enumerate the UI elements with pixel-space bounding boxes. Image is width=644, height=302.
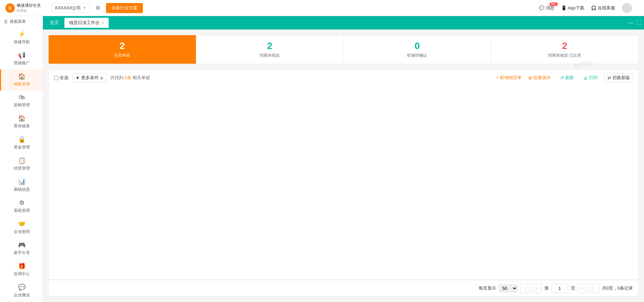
summary-cards: 2 全部单据 2 到期未收款 0 旺辅待确认 2 到期未收款 已出库 — [48, 35, 639, 64]
tab-active[interactable]: 钱货日清工作台 × — [64, 18, 109, 28]
sidebar-item-label: 应用中心 — [14, 271, 30, 277]
quick-nav-icon: ⚡ — [18, 31, 25, 38]
enterprise-icon: 🤝 — [18, 220, 25, 228]
settings-button[interactable]: ⚙ — [93, 3, 103, 13]
sidebar-item-label: 采购管理 — [14, 102, 30, 108]
summary-card-overdue[interactable]: 2 到期未收款 — [196, 35, 344, 64]
pagination-bar: 每页显示 50 20 100 《 < 第 页 > 》 共0页，0条记录 — [48, 280, 639, 297]
online-service-button[interactable]: 🎧 在线客服 — [591, 5, 615, 11]
sidebar: ☰ 搜索菜单 ⚡ 快捷导航 📢 营销推广 🏠 销售管理 🛍 采购管理 🏠 库存核… — [0, 16, 43, 302]
batch-icon: ⊞ — [528, 75, 532, 80]
tab-home[interactable]: 首页 — [46, 20, 63, 26]
print-button[interactable]: 🖨 打印 — [581, 73, 600, 82]
sidebar-item-label: 销售管理 — [14, 81, 30, 87]
sidebar-item-basic-info[interactable]: 📊 基础信息 — [0, 175, 43, 196]
select-all-checkbox[interactable]: 全选 — [54, 75, 68, 81]
summary-card-overdue-stock[interactable]: 2 到期未收款 已出库 — [491, 35, 638, 64]
sidebar-item-quick-nav[interactable]: ⚡ 快捷导航 — [0, 27, 43, 48]
first-page-button[interactable]: 《 — [520, 284, 530, 293]
card-num: 0 — [351, 41, 484, 51]
wechat-icon: 💬 — [18, 284, 25, 291]
guide-icon: 🎮 — [18, 241, 25, 249]
header-right: 💬 消息 99+ 📱 App下载 🎧 在线客服 — [539, 3, 639, 13]
sidebar-item-label: 库存核算 — [14, 123, 30, 129]
page-content: 2 全部单据 2 到期未收款 0 旺辅待确认 2 到期未收款 已出库 — [43, 29, 644, 302]
sidebar-item-wechat[interactable]: 💬 企业微信 — [0, 280, 43, 301]
sidebar-item-label: 营销推广 — [14, 60, 30, 66]
top-header: 6 畅捷通好生意 标准版 XXXXXX公司 ▼ ⚙ 体验行业方案 💬 消息 99… — [0, 0, 644, 16]
content-area: 首页 钱货日清工作台 × — ⛶ 2 全部单据 2 到期未收款 — [43, 16, 644, 302]
sidebar-item-label: 资金管理 — [14, 144, 30, 150]
sidebar-item-system[interactable]: ⚙ 系统管理 — [0, 196, 43, 217]
sidebar-item-marketing[interactable]: 📢 营销推广 — [0, 48, 43, 69]
sidebar-item-capital[interactable]: 🔒 资金管理 — [0, 132, 43, 154]
toolbar-right: + 新增销货单 ⊞ 批量操作 ↺ 刷新 🖨 打印 ⇄ — [496, 73, 633, 82]
sidebar-item-label: 企业微信 — [14, 292, 30, 298]
switch-icon: ⇄ — [607, 75, 611, 80]
sidebar-item-purchase[interactable]: 🛍 采购管理 — [0, 90, 43, 111]
tab-bar: 首页 钱货日清工作台 × — ⛶ — [43, 16, 644, 29]
minimize-button[interactable]: — — [628, 20, 633, 26]
per-page-label: 每页显示 — [479, 285, 496, 291]
operations-icon: 📋 — [18, 157, 25, 164]
sidebar-item-label: 快捷导航 — [14, 39, 30, 45]
sidebar-item-label: 新手引导 — [14, 250, 30, 256]
refresh-icon: ↺ — [560, 75, 564, 80]
avatar[interactable] — [622, 3, 632, 13]
chevron-down-icon: ▼ — [83, 6, 86, 10]
next-page-button[interactable]: > — [578, 284, 587, 293]
logo-area: 6 畅捷通好生意 标准版 — [5, 3, 48, 13]
sidebar-item-sales[interactable]: 🏠 销售管理 — [0, 69, 43, 90]
inventory-icon: 🏠 — [18, 115, 25, 122]
summary-card-all[interactable]: 2 全部单据 — [49, 35, 196, 64]
sidebar-item-app-center[interactable]: 🎁 应用中心 — [0, 259, 43, 280]
sidebar-item-label: 企业协同 — [14, 229, 30, 235]
search-menu-item[interactable]: ☰ 搜索菜单 — [0, 16, 43, 27]
app-download-button[interactable]: 📱 App下载 — [561, 5, 584, 11]
card-label: 到期未收款 已出库 — [498, 53, 632, 58]
tab-bar-actions: — ⛶ — [628, 20, 641, 26]
count-number: 0条 — [125, 75, 131, 80]
sidebar-item-enterprise[interactable]: 🤝 企业协同 — [0, 217, 43, 238]
tab-close-icon[interactable]: × — [102, 20, 104, 25]
service-icon: 🎧 — [591, 5, 596, 10]
message-icon: 💬 — [539, 5, 544, 10]
sidebar-item-label: 基础信息 — [14, 187, 30, 192]
app-center-icon: 🎁 — [18, 262, 25, 270]
tab-label: 钱货日清工作台 — [69, 20, 100, 26]
card-label: 到期未收款 — [203, 53, 337, 58]
filter-chevron-icon: ∨ — [100, 75, 103, 80]
message-button[interactable]: 💬 消息 99+ — [539, 5, 554, 11]
new-order-button[interactable]: + 新增销货单 — [496, 75, 522, 81]
filter-icon: ▼ — [75, 75, 80, 80]
logo-icon: 6 — [5, 3, 15, 13]
capital-icon: 🔒 — [18, 136, 25, 143]
sidebar-item-guide[interactable]: 🎮 新手引导 — [0, 238, 43, 259]
switch-version-button[interactable]: ⇄ 切换新版 — [604, 73, 633, 82]
prev-page-button[interactable]: < — [532, 284, 542, 293]
page-number-input[interactable] — [551, 284, 568, 293]
sidebar-item-inventory[interactable]: 🏠 库存核算 — [0, 111, 43, 132]
trial-button[interactable]: 体验行业方案 — [106, 3, 143, 13]
total-info: 共0页，0条记录 — [602, 285, 633, 291]
filter-button[interactable]: ▼ 更多条件 ∨ — [72, 73, 106, 82]
logo-text: 畅捷通好生意 标准版 — [17, 3, 41, 13]
maximize-button[interactable]: ⛶ — [636, 20, 641, 26]
batch-button[interactable]: ⊞ 批量操作 — [526, 73, 553, 82]
summary-card-pending[interactable]: 0 旺辅待确认 — [344, 35, 491, 64]
card-num: 2 — [55, 41, 189, 51]
company-selector[interactable]: XXXXXX公司 ▼ — [51, 3, 90, 13]
page-label: 第 — [544, 285, 549, 291]
refresh-button[interactable]: ↺ 刷新 — [557, 73, 577, 82]
sidebar-item-operations[interactable]: 📋 经营管理 — [0, 154, 43, 175]
table-area — [48, 86, 639, 280]
message-badge: 99+ — [549, 2, 558, 6]
card-num: 2 — [203, 41, 337, 51]
per-page-select[interactable]: 50 20 100 — [499, 285, 518, 292]
basic-info-icon: 📊 — [18, 178, 25, 185]
print-icon: 🖨 — [583, 75, 588, 80]
last-page-button[interactable]: 》 — [590, 284, 599, 293]
select-all-input[interactable] — [54, 76, 58, 80]
toolbar: 全选 ▼ 更多条件 ∨ 共找到 0条 相关单据 + 新增销货单 — [48, 69, 639, 86]
toolbar-left: 全选 ▼ 更多条件 ∨ 共找到 0条 相关单据 — [54, 73, 150, 82]
